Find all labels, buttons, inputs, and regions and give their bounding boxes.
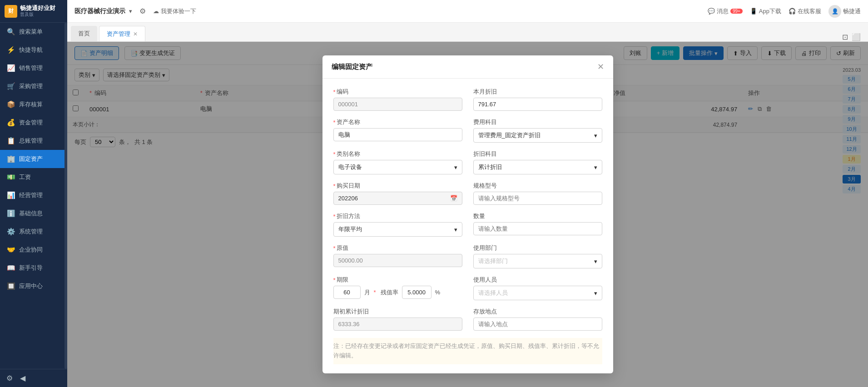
sidebar-item-purchase[interactable]: 🛒 采购管理 — [0, 77, 64, 95]
category-select[interactable]: 电子设备 ▾ — [333, 160, 462, 174]
modal-row-5: * 折旧方法 年限平均 ▾ 数量 — [333, 212, 602, 237]
quantity-label: 数量 — [473, 212, 602, 220]
modal-row-1: * 编码 本月折旧 — [333, 88, 602, 111]
spec-input[interactable] — [473, 192, 602, 205]
monthly-depreciation-label: 本月折旧 — [473, 88, 602, 96]
depreciation-account-select[interactable]: 累计折旧 ▾ — [473, 160, 602, 174]
department-select[interactable]: 请选择部门 ▾ — [473, 254, 602, 268]
modal-row-2: * 资产名称 费用科目 管理费用_固定资产折旧 ▾ — [333, 118, 602, 143]
purchase-date-label: * 购买日期 — [333, 182, 462, 190]
dropdown-icon4: ▾ — [454, 226, 457, 233]
modal-overlay: 编辑固定资产 ✕ * 编码 — [67, 42, 868, 387]
edit-asset-modal: 编辑固定资产 ✕ * 编码 — [322, 55, 613, 373]
inventory-icon: 📦 — [6, 100, 15, 109]
period-input[interactable] — [333, 286, 361, 299]
expense-account-select[interactable]: 管理费用_固定资产折旧 ▾ — [473, 128, 602, 143]
dropdown-icon5: ▾ — [594, 258, 597, 265]
method-label: * 折旧方法 — [333, 212, 462, 220]
location-label: 存放地点 — [473, 308, 602, 316]
sidebar-item-general-ledger[interactable]: 📋 总账管理 — [0, 132, 64, 150]
purchase-date-input[interactable]: 202206 📅 — [333, 192, 462, 205]
tab-asset-management[interactable]: 资产管理 ✕ — [99, 26, 145, 41]
field-spec: 规格型号 — [473, 182, 602, 205]
operations-icon: 📊 — [6, 191, 15, 200]
field-asset-name: * 资产名称 — [333, 118, 462, 143]
field-initial-depreciation: 期初累计折旧 — [333, 308, 462, 331]
user-select[interactable]: 请选择人员 ▾ — [473, 286, 602, 300]
tab-expand: ⊡ ⬜ — [842, 33, 864, 41]
sales-icon: 📈 — [6, 64, 15, 73]
general-ledger-icon: 📋 — [6, 136, 15, 145]
expand-icon[interactable]: ⊡ — [842, 33, 848, 41]
topbar: 医疗器械行业演示 ▾ ⚙ ☁ 我要体验一下 💬 消息 99+ 📱 App下载 🎧… — [67, 0, 868, 23]
initial-depreciation-input[interactable] — [333, 318, 462, 331]
field-category: * 类别名称 电子设备 ▾ — [333, 150, 462, 174]
modal-row-3: * 类别名称 电子设备 ▾ 折旧科目 — [333, 150, 602, 174]
sidebar-item-fixed-assets[interactable]: 🏢 固定资产 — [0, 150, 64, 168]
sidebar: 财 畅捷通好业财 普及版 🔍 搜索菜单 ⚡ 快捷导航 📈 销售管理 🛒 采购管理 — [0, 0, 67, 387]
sidebar-item-basic-info[interactable]: ℹ️ 基础信息 — [0, 204, 64, 223]
app-download-btn[interactable]: 📱 App下载 — [750, 7, 781, 15]
sidebar-item-quick-nav[interactable]: ⚡ 快捷导航 — [0, 41, 64, 59]
collapse-sidebar-icon[interactable]: ◀ — [20, 374, 25, 382]
initial-depreciation-label: 期初累计折旧 — [333, 308, 462, 316]
user-label: 使用人员 — [473, 276, 602, 284]
tab-close-icon[interactable]: ✕ — [133, 31, 138, 37]
tab-home[interactable]: 首页 — [71, 26, 97, 41]
tabbar: 首页 资产管理 ✕ ⊡ ⬜ — [67, 23, 868, 42]
company-dropdown-icon[interactable]: ▾ — [129, 8, 132, 15]
code-input[interactable] — [333, 98, 462, 111]
field-quantity: 数量 — [473, 212, 602, 237]
modal-body: * 编码 本月折旧 — [322, 79, 613, 373]
sidebar-item-sales[interactable]: 📈 销售管理 — [0, 59, 64, 77]
main-area: 医疗器械行业演示 ▾ ⚙ ☁ 我要体验一下 💬 消息 99+ 📱 App下载 🎧… — [67, 0, 868, 387]
company-name: 医疗器械行业演示 — [74, 7, 125, 15]
modal-close-btn[interactable]: ✕ — [597, 62, 604, 72]
sidebar-item-finance[interactable]: 💰 资金管理 — [0, 114, 64, 132]
avatar: 👤 — [828, 5, 841, 18]
original-value-label: * 原值 — [333, 244, 462, 252]
field-depreciation-account: 折旧科目 累计折旧 ▾ — [473, 150, 602, 174]
location-input[interactable] — [473, 318, 602, 331]
online-service-btn[interactable]: 🎧 在线客服 — [789, 7, 821, 15]
modal-row-7: * 期限 月 * 残值率 % — [333, 276, 602, 300]
sidebar-item-payroll[interactable]: 💵 工资 — [0, 168, 64, 186]
message-icon: 💬 — [708, 8, 715, 15]
code-label: * 编码 — [333, 88, 462, 96]
sidebar-item-system[interactable]: ⚙️ 系统管理 — [0, 223, 64, 241]
sidebar-item-inventory[interactable]: 📦 库存核算 — [0, 95, 64, 114]
payroll-icon: 💵 — [6, 173, 15, 182]
monthly-depreciation-input[interactable] — [473, 98, 602, 111]
headset-icon: 🎧 — [789, 8, 796, 15]
settings-icon[interactable]: ⚙ — [6, 374, 13, 382]
modal-title: 编辑固定资产 — [332, 63, 372, 71]
original-value-input[interactable] — [333, 254, 462, 267]
sidebar-item-operations[interactable]: 📊 经营管理 — [0, 186, 64, 204]
modal-row-6: * 原值 使用部门 请选择部门 ▾ — [333, 244, 602, 268]
user-avatar-btn[interactable]: 👤 畅捷通 — [828, 5, 861, 18]
field-user: 使用人员 请选择人员 ▾ — [473, 276, 602, 300]
quantity-input[interactable] — [473, 222, 602, 235]
field-expense-account: 费用科目 管理费用_固定资产折旧 ▾ — [473, 118, 602, 143]
logo-icon: 财 — [5, 5, 17, 18]
sidebar-item-app-center[interactable]: 🔲 应用中心 — [0, 277, 64, 295]
residual-rate-input[interactable] — [402, 286, 432, 299]
field-monthly-depreciation: 本月折旧 — [473, 88, 602, 111]
maximize-icon[interactable]: ⬜ — [852, 33, 861, 41]
topbar-gear-icon[interactable]: ⚙ — [139, 7, 146, 15]
experience-btn[interactable]: ☁ 我要体验一下 — [153, 7, 196, 15]
sidebar-item-search[interactable]: 🔍 搜索菜单 — [0, 23, 64, 41]
calendar-icon: 📅 — [450, 195, 457, 202]
asset-name-label: * 资产名称 — [333, 118, 462, 126]
cloud-icon: ☁ — [153, 8, 159, 15]
purchase-icon: 🛒 — [6, 82, 15, 91]
messages-btn[interactable]: 💬 消息 99+ — [708, 7, 743, 15]
sidebar-item-cooperation[interactable]: 🤝 企业协同 — [0, 241, 64, 259]
method-select[interactable]: 年限平均 ▾ — [333, 222, 462, 237]
sidebar-item-guide[interactable]: 📖 新手引导 — [0, 259, 64, 277]
field-code: * 编码 — [333, 88, 462, 111]
asset-name-input[interactable] — [333, 128, 462, 141]
sidebar-bottom: ⚙ ◀ — [0, 369, 67, 387]
guide-icon: 📖 — [6, 263, 15, 273]
finance-icon: 💰 — [6, 118, 15, 127]
